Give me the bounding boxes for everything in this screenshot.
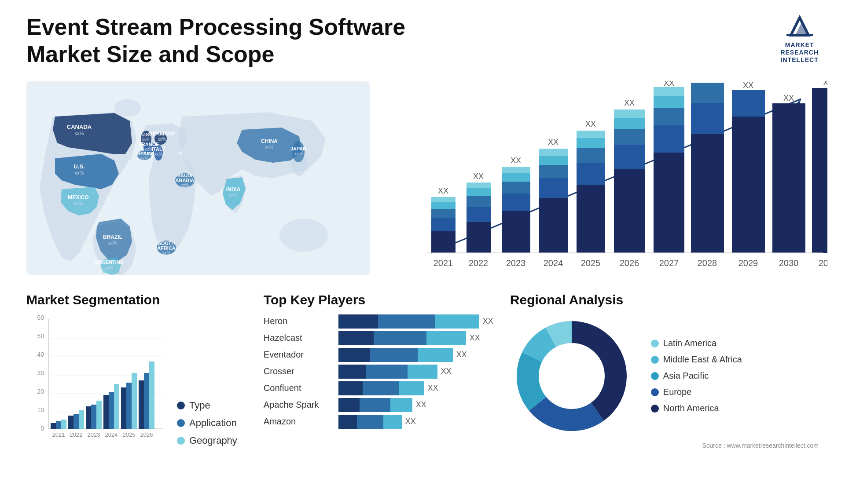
app-dot bbox=[177, 419, 185, 427]
svg-text:xx%: xx% bbox=[294, 151, 303, 156]
svg-text:30: 30 bbox=[37, 369, 44, 376]
svg-text:xx%: xx% bbox=[108, 240, 118, 245]
player-name-spark: Apache Spark bbox=[264, 400, 334, 410]
svg-rect-74 bbox=[577, 163, 605, 185]
svg-text:2030: 2030 bbox=[779, 258, 799, 268]
europe-dot bbox=[651, 388, 659, 396]
legend-type: Type bbox=[177, 400, 237, 411]
reg-europe: Europe bbox=[651, 387, 742, 397]
svg-rect-137 bbox=[91, 405, 96, 429]
player-value-confluent: XX bbox=[428, 383, 438, 393]
svg-rect-63 bbox=[502, 182, 530, 194]
svg-rect-51 bbox=[431, 209, 456, 218]
svg-rect-75 bbox=[577, 148, 605, 163]
player-row-eventador: Eventador XX bbox=[264, 348, 497, 362]
svg-text:xx%: xx% bbox=[265, 145, 274, 150]
asia-pacific-label: Asia Pacific bbox=[663, 371, 709, 381]
svg-rect-56 bbox=[467, 207, 491, 222]
regional-title: Regional Analysis bbox=[510, 292, 819, 307]
svg-text:2023: 2023 bbox=[506, 258, 526, 268]
seg-chart-area: 0 10 20 30 40 50 60 bbox=[26, 314, 237, 446]
svg-rect-129 bbox=[56, 421, 61, 429]
legend-application: Application bbox=[177, 417, 237, 429]
svg-text:ARABIA: ARABIA bbox=[176, 178, 195, 183]
player-row-heron: Heron XX bbox=[264, 314, 497, 329]
svg-rect-138 bbox=[96, 401, 102, 429]
svg-text:xx%: xx% bbox=[75, 170, 84, 175]
svg-rect-136 bbox=[86, 406, 91, 429]
regional-legend: Latin America Middle East & Africa Asia … bbox=[651, 338, 742, 413]
svg-rect-85 bbox=[654, 153, 684, 253]
players-list: Heron XX Hazelcast bbox=[264, 314, 497, 429]
svg-rect-79 bbox=[614, 169, 645, 253]
svg-rect-69 bbox=[539, 165, 568, 178]
player-name-crosser: Crosser bbox=[264, 366, 334, 376]
svg-rect-104 bbox=[732, 90, 765, 117]
svg-rect-61 bbox=[502, 211, 530, 253]
map-container: CANADA xx% U.S. xx% MEXICO xx% BRAZIL xx… bbox=[26, 81, 370, 275]
player-bar-eventador: XX bbox=[338, 348, 467, 362]
svg-rect-98 bbox=[691, 134, 724, 253]
svg-rect-148 bbox=[139, 380, 144, 429]
player-value-crosser: XX bbox=[441, 367, 452, 376]
player-bar-confluent: XX bbox=[338, 381, 438, 395]
svg-rect-86 bbox=[654, 125, 684, 153]
bar-chart-svg: XX XX XX bbox=[396, 81, 827, 275]
geo-label: Geography bbox=[189, 435, 237, 446]
svg-text:2023: 2023 bbox=[88, 431, 100, 438]
player-row-amazon: Amazon XX bbox=[264, 415, 497, 429]
player-name-amazon: Amazon bbox=[264, 416, 334, 427]
europe-label: Europe bbox=[663, 387, 692, 397]
svg-text:2025: 2025 bbox=[581, 258, 601, 268]
svg-rect-70 bbox=[539, 156, 568, 165]
svg-text:xx%: xx% bbox=[158, 137, 166, 142]
player-row-spark: Apache Spark XX bbox=[264, 398, 497, 412]
svg-text:GERMANY: GERMANY bbox=[148, 131, 175, 137]
svg-rect-130 bbox=[61, 420, 66, 429]
bar-crosser bbox=[338, 365, 437, 379]
seg-legend: Type Application Geography bbox=[173, 400, 237, 446]
source-text: Source : www.marketresearchintellect.com bbox=[510, 442, 819, 449]
svg-text:ARGENTINA: ARGENTINA bbox=[95, 259, 123, 265]
north-america-label: North America bbox=[663, 403, 719, 413]
player-bar-amazon: XX bbox=[338, 415, 416, 429]
svg-point-6 bbox=[279, 219, 328, 252]
logo-container: MARKETRESEARCHINTELLECT bbox=[780, 13, 819, 63]
reg-asia-pacific: Asia Pacific bbox=[651, 371, 742, 381]
svg-text:XX: XX bbox=[624, 99, 635, 107]
player-name-hazelcast: Hazelcast bbox=[264, 333, 334, 343]
svg-text:2026: 2026 bbox=[140, 431, 153, 438]
svg-rect-52 bbox=[431, 202, 456, 209]
svg-rect-145 bbox=[126, 383, 132, 429]
page-title: Event Stream Processing Software Market … bbox=[26, 13, 422, 68]
svg-rect-65 bbox=[502, 167, 530, 173]
player-name-confluent: Confluent bbox=[264, 383, 334, 393]
player-name-heron: Heron bbox=[264, 316, 334, 326]
svg-text:xx%: xx% bbox=[75, 131, 84, 136]
svg-text:XX: XX bbox=[548, 138, 558, 146]
bar-spark bbox=[338, 398, 412, 412]
player-row-hazelcast: Hazelcast XX bbox=[264, 331, 497, 345]
svg-text:XX: XX bbox=[743, 81, 753, 90]
svg-rect-49 bbox=[431, 231, 456, 253]
svg-text:U.S.: U.S. bbox=[73, 163, 84, 170]
logo-icon bbox=[786, 13, 813, 40]
svg-text:2024: 2024 bbox=[544, 258, 563, 268]
svg-rect-140 bbox=[103, 395, 109, 429]
svg-text:60: 60 bbox=[37, 314, 44, 321]
svg-text:xx%: xx% bbox=[74, 201, 83, 206]
svg-rect-57 bbox=[467, 196, 491, 207]
page-container: Event Stream Processing Software Market … bbox=[0, 0, 845, 462]
middle-east-dot bbox=[651, 356, 659, 364]
bar-light bbox=[435, 314, 479, 329]
svg-rect-144 bbox=[121, 387, 126, 429]
type-label: Type bbox=[189, 400, 210, 411]
svg-rect-71 bbox=[539, 149, 568, 156]
bar-mid bbox=[378, 314, 435, 329]
players-title: Top Key Players bbox=[264, 292, 497, 307]
player-bar-crosser: XX bbox=[338, 365, 452, 379]
latin-america-label: Latin America bbox=[663, 338, 716, 348]
svg-rect-81 bbox=[614, 129, 645, 145]
svg-text:2029: 2029 bbox=[738, 258, 758, 268]
player-row-confluent: Confluent XX bbox=[264, 381, 497, 395]
